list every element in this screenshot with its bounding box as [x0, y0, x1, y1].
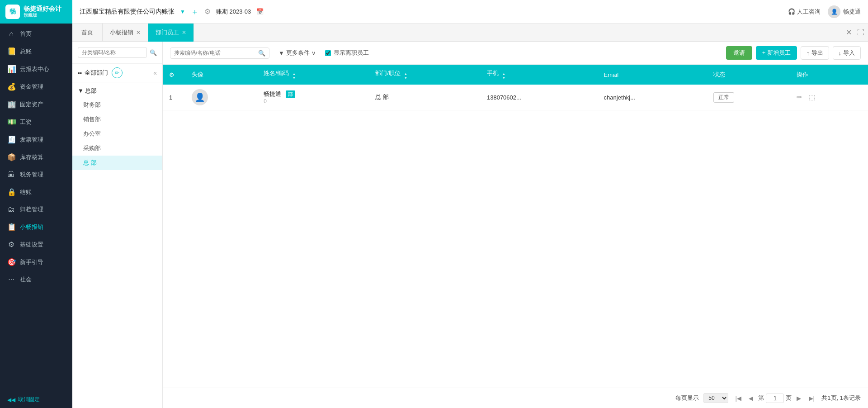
- tab-employees-label: 部门员工: [156, 28, 179, 37]
- sidebar-item-assets[interactable]: 🏢 固定资产: [0, 95, 72, 113]
- sidebar-item-invoice[interactable]: 🧾 发票管理: [0, 131, 72, 148]
- employee-search-input[interactable]: [174, 50, 255, 56]
- calendar-icon[interactable]: 📅: [256, 8, 264, 15]
- sidebar-item-assets-label: 固定资产: [20, 100, 43, 109]
- sidebar-item-expense[interactable]: 📋 小畅报销: [0, 218, 72, 236]
- delete-employee-icon[interactable]: ⬚: [809, 93, 815, 101]
- inventory-icon: 📦: [7, 153, 15, 161]
- dept-item-purchase[interactable]: 采购部: [72, 141, 162, 156]
- service-label: 人工咨询: [797, 8, 821, 16]
- sidebar-nav: ⌂ 首页 📒 总账 📊 云报表中心 💰 资金管理 🏢 固定资产 💵 工资 🧾 发…: [0, 24, 72, 391]
- sidebar-item-inventory-label: 库存核算: [20, 153, 43, 161]
- tabbar-actions: ✕ ⛶: [846, 28, 868, 37]
- tax-icon: 🏛: [7, 171, 15, 179]
- home-icon: ⌂: [7, 30, 15, 38]
- sidebar-item-ledger[interactable]: 📒 总账: [0, 43, 72, 60]
- page-unit-label: 页: [786, 394, 792, 402]
- next-page-button[interactable]: ▶: [793, 393, 804, 403]
- expand-tabs-icon[interactable]: ⛶: [857, 28, 864, 37]
- col-settings[interactable]: ⚙: [163, 65, 185, 85]
- settings-gear-icon[interactable]: ⚙: [204, 7, 211, 16]
- page-di-label: 第: [758, 394, 764, 402]
- dept-item-finance[interactable]: 财务部: [72, 98, 162, 112]
- sidebar-item-reports[interactable]: 📊 云报表中心: [0, 60, 72, 78]
- filter-label: 更多条件: [286, 49, 310, 57]
- tab-expense-close-icon[interactable]: ✕: [136, 29, 141, 36]
- reports-icon: 📊: [7, 65, 15, 73]
- sidebar-item-reports-label: 云报表中心: [20, 65, 49, 73]
- sidebar-item-guide[interactable]: 🎯 新手引导: [0, 253, 72, 271]
- period-label: 账期 2023-03: [216, 8, 251, 16]
- sidebar-unpin[interactable]: ◀◀ 取消固定: [0, 391, 72, 408]
- user-menu[interactable]: 👤 畅捷通: [828, 5, 861, 18]
- main-area: 江西服宝精品有限责任公司内账张 ▼ ＋ ⚙ 账期 2023-03 📅 🎧 人工咨…: [72, 0, 868, 408]
- row-phone: 138070602...: [481, 85, 598, 110]
- pagination: 每页显示 50 10 20 100 |◀ ◀ 第 页 ▶ ▶| 共1页, 1条记…: [163, 388, 868, 408]
- col-email: Email: [598, 65, 707, 85]
- service-button[interactable]: 🎧 人工咨询: [788, 8, 821, 16]
- sidebar-item-salary[interactable]: 💵 工资: [0, 113, 72, 131]
- sidebar-item-settings[interactable]: ⚙ 基础设置: [0, 236, 72, 253]
- show-resigned-checkbox[interactable]: 显示离职员工: [325, 49, 369, 57]
- user-avatar: 👤: [828, 5, 840, 18]
- per-page-select[interactable]: 50 10 20 100: [703, 393, 728, 403]
- dept-item-sales[interactable]: 销售部: [72, 112, 162, 127]
- employee-dept-badge: 部: [286, 90, 295, 98]
- col-phone[interactable]: 手机 ▲▼: [481, 65, 598, 85]
- sidebar-item-archive-label: 归档管理: [20, 205, 43, 213]
- dept-edit-button[interactable]: ✏: [112, 67, 123, 78]
- dept-item-general[interactable]: 总 部: [72, 156, 162, 170]
- sidebar-item-more[interactable]: ··· 社会: [0, 271, 72, 288]
- row-email: chanjethkj...: [598, 85, 707, 110]
- row-status: 正常: [707, 85, 790, 110]
- prev-page-button[interactable]: ◀: [745, 393, 756, 403]
- last-page-button[interactable]: ▶|: [806, 393, 817, 403]
- employee-search-icon[interactable]: 🔍: [258, 50, 265, 57]
- close-all-tabs-icon[interactable]: ✕: [846, 28, 852, 37]
- sidebar-item-home[interactable]: ⌂ 首页: [0, 25, 72, 43]
- dept-group-label: ▼ 总部: [72, 84, 162, 98]
- sidebar-item-settings-label: 基础设置: [20, 241, 43, 249]
- sidebar-item-funds[interactable]: 💰 资金管理: [0, 78, 72, 95]
- import-button[interactable]: ↓ 导入: [833, 46, 861, 60]
- employee-table: ⚙ 头像 姓名/编码 ▲▼ 部门/职位 ▲▼ 手机 ▲▼ Email 状态 操作: [163, 65, 868, 110]
- headset-icon: 🎧: [788, 8, 795, 15]
- close-books-icon: 🔒: [7, 188, 15, 196]
- dept-search-input[interactable]: [78, 47, 147, 58]
- status-badge: 正常: [713, 92, 734, 103]
- sidebar-item-tax[interactable]: 🏛 税务管理: [0, 166, 72, 183]
- more-filter-button[interactable]: ▼ 更多条件 ∨: [275, 47, 320, 59]
- row-name-cell: 畅捷通 部 0: [257, 85, 369, 110]
- first-page-button[interactable]: |◀: [733, 393, 744, 403]
- tab-employees-close-icon[interactable]: ✕: [182, 29, 186, 36]
- employee-search-box: 🔍: [170, 47, 269, 59]
- row-dept: 总 部: [369, 85, 481, 110]
- invite-button[interactable]: 邀请: [726, 46, 752, 60]
- sidebar-item-inventory[interactable]: 📦 库存核算: [0, 148, 72, 166]
- export-button[interactable]: ↑ 导出: [801, 46, 829, 60]
- dept-search-icon[interactable]: 🔍: [150, 49, 157, 56]
- current-page-input[interactable]: [766, 394, 784, 403]
- export-label: 导出: [811, 49, 823, 57]
- dept-item-office[interactable]: 办公室: [72, 127, 162, 141]
- edit-employee-icon[interactable]: ✏: [797, 93, 802, 101]
- salary-icon: 💵: [7, 118, 15, 126]
- add-company-icon[interactable]: ＋: [191, 6, 199, 17]
- sidebar-item-archive[interactable]: 🗂 归档管理: [0, 201, 72, 218]
- tab-expense[interactable]: 小畅报销 ✕: [103, 24, 148, 42]
- all-dept-label: ▪▪ 全部部门: [78, 69, 108, 77]
- show-resigned-input[interactable]: [325, 50, 331, 56]
- add-employee-button[interactable]: + 新增员工: [756, 46, 797, 60]
- sidebar-item-invoice-label: 发票管理: [20, 136, 43, 144]
- dept-collapse-icon[interactable]: «: [153, 69, 157, 76]
- col-dept[interactable]: 部门/职位 ▲▼: [369, 65, 481, 85]
- employee-table-wrap: ⚙ 头像 姓名/编码 ▲▼ 部门/职位 ▲▼ 手机 ▲▼ Email 状态 操作: [163, 65, 868, 388]
- page-navigation: |◀ ◀ 第 页 ▶ ▶|: [733, 393, 817, 403]
- tab-employees[interactable]: 部门员工 ✕: [148, 24, 194, 42]
- tab-home[interactable]: 首页: [72, 24, 103, 42]
- sidebar-item-close[interactable]: 🔒 结账: [0, 183, 72, 201]
- row-avatar: 👤: [185, 85, 257, 110]
- funds-icon: 💰: [7, 82, 15, 91]
- company-dropdown-icon[interactable]: ▼: [180, 9, 185, 15]
- col-name[interactable]: 姓名/编码 ▲▼: [257, 65, 369, 85]
